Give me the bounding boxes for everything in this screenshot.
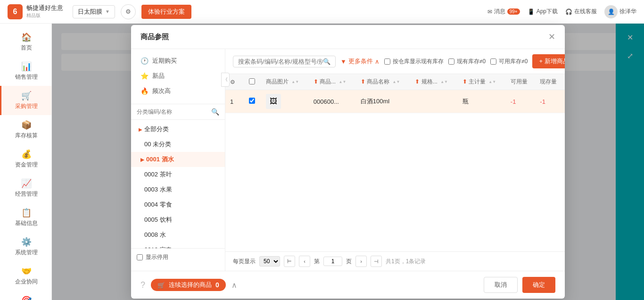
sidebar-item-home[interactable]: 🏠 首页 bbox=[0, 27, 51, 57]
sidebar-item-management[interactable]: 📈 经营管理 bbox=[0, 174, 51, 203]
page-size-label: 每页显示 bbox=[233, 258, 256, 266]
cat-item-0010[interactable]: 0010 家电 bbox=[131, 242, 225, 248]
purchase-icon: 🛒 bbox=[21, 91, 32, 101]
last-page-button[interactable]: ⊣ bbox=[371, 256, 382, 267]
sort-spec-icon: ▲▼ bbox=[440, 80, 448, 84]
cart-count: 0 bbox=[215, 281, 219, 289]
checkbox-available-stock[interactable]: 可用库存≠0 bbox=[490, 58, 528, 66]
page-size-select[interactable]: 50 bbox=[259, 256, 280, 267]
th-checkbox bbox=[244, 74, 261, 90]
help-icon[interactable]: ? bbox=[140, 280, 145, 290]
sort-name-indicator: ⬆ bbox=[361, 78, 365, 85]
current-stock-checkbox[interactable] bbox=[448, 58, 454, 65]
td-checkbox bbox=[244, 90, 261, 113]
more-filters-button[interactable]: ▼ 更多条件 ∧ bbox=[340, 57, 380, 66]
sort-name-icon: ▲▼ bbox=[393, 80, 400, 84]
basic-info-icon: 📋 bbox=[21, 208, 32, 218]
cancel-button[interactable]: 取消 bbox=[484, 277, 518, 293]
logo-text: 畅捷通好生意 bbox=[26, 4, 63, 12]
trial-button[interactable]: 体验行业方案 bbox=[141, 5, 191, 19]
cart-label: 连续选择的商品 bbox=[169, 281, 212, 289]
sidebar-item-guide[interactable]: 🎯 新手引导 bbox=[0, 291, 51, 300]
sidebar-item-inventory[interactable]: 📦 库存核算 bbox=[0, 115, 51, 144]
checkbox-current-stock[interactable]: 现有库存≠0 bbox=[448, 58, 486, 66]
modal-body: 🕐 近期购买 ⭐ 新品 🔥 频次高 bbox=[131, 49, 565, 271]
cat-label-0005: 0005 饮料 bbox=[144, 216, 172, 224]
cat-item-0001[interactable]: ▶ 0001 酒水 bbox=[131, 152, 225, 167]
cat-item-0003[interactable]: 0003 水果 bbox=[131, 182, 225, 197]
table-row[interactable]: 1 🖼 000600... 白酒100ml bbox=[225, 90, 565, 113]
sidebar-label-sales: 销售管理 bbox=[15, 73, 38, 81]
available-stock-checkbox[interactable] bbox=[490, 58, 496, 65]
app-download-button[interactable]: 📱 App下载 bbox=[528, 8, 558, 16]
filter-label: 更多条件 bbox=[348, 57, 373, 66]
sidebar-item-system[interactable]: ⚙️ 系统管理 bbox=[0, 232, 51, 261]
sales-icon: 📊 bbox=[21, 61, 32, 72]
messages-button[interactable]: ✉ 消息 99+ bbox=[487, 8, 520, 16]
confirm-button[interactable]: 确定 bbox=[522, 277, 555, 293]
add-product-button[interactable]: + 新增商品 bbox=[532, 54, 565, 68]
th-code: ⬆ 商品... ▲▼ bbox=[309, 74, 356, 90]
category-search-area: 🔍 bbox=[131, 104, 225, 120]
first-page-button[interactable]: ⊢ bbox=[284, 256, 295, 267]
settings-icon[interactable]: ⚙ bbox=[121, 4, 136, 19]
prev-page-button[interactable]: ‹ bbox=[299, 256, 310, 267]
product-search-input[interactable] bbox=[238, 58, 323, 65]
cat-item-all[interactable]: ▶ 全部分类 bbox=[131, 122, 225, 137]
cat-item-0002[interactable]: 0002 茶叶 bbox=[131, 167, 225, 182]
warehouse-stock-label: 按仓库显示现有库存 bbox=[393, 58, 444, 66]
row-checkbox[interactable] bbox=[249, 98, 255, 104]
sort-unit-icon: ▲▼ bbox=[488, 80, 496, 84]
main-layout: 🏠 首页 📊 销售管理 🛒 采购管理 📦 库存核算 💰 资金管理 📈 经营管理 … bbox=[0, 24, 644, 300]
select-all-checkbox[interactable] bbox=[249, 78, 255, 84]
sidebar-item-purchase[interactable]: 🛒 采购管理 bbox=[0, 86, 51, 115]
sidebar-item-enterprise[interactable]: 🤝 企业协同 bbox=[0, 261, 51, 291]
product-search-icon[interactable]: 🔍 bbox=[323, 58, 330, 65]
cat-item-0004[interactable]: 0004 零食 bbox=[131, 197, 225, 212]
cat-label-0001: 0001 酒水 bbox=[146, 155, 174, 164]
nav-right: ✉ 消息 99+ 📱 App下载 🎧 在线客服 👤 徐泽华 bbox=[487, 5, 636, 18]
checkbox-warehouse-stock[interactable]: 按仓库显示现有库存 bbox=[384, 58, 444, 66]
th-image: 商品图片 ▲▼ bbox=[261, 74, 309, 90]
sidebar-label-system: 系统管理 bbox=[15, 249, 38, 257]
cat-item-00[interactable]: 00 未分类 bbox=[131, 137, 225, 152]
collapse-panel-button[interactable]: 《 bbox=[221, 73, 230, 87]
category-search-input[interactable] bbox=[137, 108, 211, 115]
user-area[interactable]: 👤 徐泽华 bbox=[604, 5, 636, 18]
cat-item-0005[interactable]: 0005 饮料 bbox=[131, 212, 225, 227]
filter-chevron-icon: ∧ bbox=[375, 58, 380, 65]
category-search-icon[interactable]: 🔍 bbox=[211, 108, 219, 116]
td-unit: 瓶 bbox=[458, 90, 506, 113]
message-icon: ✉ bbox=[487, 8, 492, 15]
total-info: 共1页，1条记录 bbox=[386, 258, 426, 266]
cat-label-all: 全部分类 bbox=[144, 125, 169, 133]
sidebar-item-basic-info[interactable]: 📋 基础信息 bbox=[0, 203, 51, 232]
cat-item-0008[interactable]: 0008 水 bbox=[131, 227, 225, 242]
quick-tabs: 🕐 近期购买 ⭐ 新品 🔥 频次高 bbox=[131, 54, 225, 104]
sidebar-item-sales[interactable]: 📊 销售管理 bbox=[0, 57, 51, 86]
show-disabled-checkbox[interactable] bbox=[137, 254, 143, 260]
sidebar-item-finance[interactable]: 💰 资金管理 bbox=[0, 144, 51, 174]
tab-new-label: 新品 bbox=[152, 72, 165, 80]
logo-sub: 精品版 bbox=[26, 12, 63, 19]
tab-frequent[interactable]: 🔥 频次高 bbox=[136, 84, 220, 98]
sort-image-icon: ▲▼ bbox=[291, 80, 299, 84]
modal-close-button[interactable]: ✕ bbox=[548, 32, 555, 42]
cart-area[interactable]: 🛒 连续选择的商品 0 bbox=[151, 279, 226, 291]
tab-new-products[interactable]: ⭐ 新品 bbox=[136, 69, 220, 83]
expand-cart-button[interactable]: ∧ bbox=[231, 281, 237, 290]
page-number-input[interactable] bbox=[323, 257, 342, 266]
sidebar-label-finance: 资金管理 bbox=[15, 161, 38, 169]
page-unit: 页 bbox=[346, 258, 352, 266]
company-dropdown[interactable]: 日太阳膜 ▼ bbox=[73, 5, 115, 18]
sidebar-label-enterprise: 企业协同 bbox=[15, 278, 38, 286]
warehouse-stock-checkbox[interactable] bbox=[384, 58, 390, 65]
tab-recent-purchase[interactable]: 🕐 近期购买 bbox=[136, 54, 220, 68]
avatar: 👤 bbox=[604, 5, 618, 18]
sort-unit-indicator: ⬆ bbox=[462, 78, 467, 85]
next-page-button[interactable]: › bbox=[355, 256, 367, 267]
logo-icon: 6 bbox=[8, 4, 23, 19]
online-service-button[interactable]: 🎧 在线客服 bbox=[565, 8, 597, 16]
finance-icon: 💰 bbox=[21, 149, 32, 159]
product-search-box: 🔍 bbox=[233, 56, 336, 67]
